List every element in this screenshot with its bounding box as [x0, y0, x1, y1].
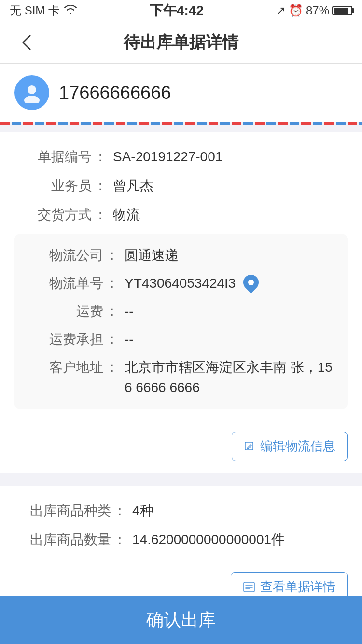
- freight-row: 运费 ： --: [26, 301, 336, 322]
- tracking-label: 物流单号: [26, 273, 103, 294]
- order-no-label: 单据编号: [14, 147, 92, 167]
- logistics-company-label: 物流公司: [26, 245, 103, 266]
- status-time: 下午4:42: [150, 1, 204, 20]
- freight-bearer-label: 运费承担: [26, 329, 103, 350]
- customer-header: 17666666666: [0, 64, 362, 122]
- freight-value: --: [125, 301, 336, 322]
- goods-type-value: 4种: [132, 501, 348, 521]
- list-icon: [243, 581, 255, 593]
- back-button[interactable]: [14, 30, 39, 55]
- delivery-method-label: 交货方式: [14, 205, 92, 225]
- salesman-label: 业务员: [14, 176, 92, 196]
- goods-quantity-row: 出库商品数量 ： 14.6200000000000001件: [14, 530, 348, 550]
- goods-quantity-value: 14.6200000000000001件: [132, 530, 348, 550]
- goods-quantity-label: 出库商品数量: [14, 530, 111, 550]
- page-title: 待出库单据详情: [39, 31, 323, 54]
- goods-type-label: 出库商品种类: [14, 501, 111, 521]
- delivery-method-row: 交货方式 ： 物流: [14, 205, 348, 225]
- location-pin-icon[interactable]: [243, 275, 261, 292]
- address-row: 客户地址 ： 北京市市辖区海淀区永丰南 张，156 6666 6666: [26, 357, 336, 398]
- tracking-row: 物流单号 ： YT43064053424I3: [26, 273, 336, 294]
- order-info-section: 单据编号 ： SA-20191227-001 业务员 ： 曾凡杰 交货方式 ： …: [0, 132, 362, 424]
- order-no-value: SA-20191227-001: [113, 147, 348, 167]
- svg-point-0: [28, 85, 36, 94]
- confirm-outbound-button[interactable]: 确认出库: [0, 596, 362, 644]
- confirm-btn-wrapper: 确认出库: [0, 596, 362, 644]
- logistics-company-row: 物流公司 ： 圆通速递: [26, 245, 336, 266]
- salesman-value: 曾凡杰: [113, 176, 348, 196]
- dashed-divider: [0, 122, 362, 125]
- battery-icon: [332, 6, 352, 15]
- alarm-icon: ⏰: [289, 4, 303, 17]
- salesman-row: 业务员 ： 曾凡杰: [14, 176, 348, 196]
- edit-icon: [244, 441, 255, 452]
- edit-logistics-button[interactable]: 编辑物流信息: [232, 432, 348, 461]
- logistics-card: 物流公司 ： 圆通速递 物流单号 ： YT43064053424I3 运费: [14, 234, 348, 409]
- goods-type-row: 出库商品种类 ： 4种: [14, 501, 348, 521]
- goods-section: 出库商品种类 ： 4种 出库商品数量 ： 14.6200000000000001…: [0, 486, 362, 564]
- status-left: 无 SIM 卡: [10, 3, 77, 18]
- view-btn-label: 查看单据详情: [260, 578, 335, 595]
- status-right: ↗ ⏰ 87%: [276, 4, 352, 17]
- avatar: [14, 75, 49, 110]
- tracking-no: YT43064053424I3: [125, 273, 236, 294]
- address-value: 北京市市辖区海淀区永丰南 张，156 6666 6666: [125, 357, 336, 398]
- svg-point-1: [24, 96, 40, 103]
- wifi-icon: [64, 4, 77, 17]
- battery-percent: 87%: [306, 4, 329, 17]
- edit-btn-row: 编辑物流信息: [0, 424, 362, 473]
- edit-btn-label: 编辑物流信息: [260, 438, 335, 455]
- status-bar: 无 SIM 卡 下午4:42 ↗ ⏰ 87%: [0, 0, 362, 21]
- carrier-label: 无 SIM 卡: [10, 3, 60, 18]
- section-divider: [0, 473, 362, 478]
- nav-bar: 待出库单据详情: [0, 21, 362, 64]
- tracking-value: YT43064053424I3: [125, 273, 336, 294]
- address-label: 客户地址: [26, 357, 103, 378]
- confirm-btn-label: 确认出库: [146, 608, 216, 632]
- logistics-company-value: 圆通速递: [125, 245, 336, 266]
- freight-bearer-row: 运费承担 ： --: [26, 329, 336, 350]
- order-no-row: 单据编号 ： SA-20191227-001: [14, 147, 348, 167]
- freight-bearer-value: --: [125, 329, 336, 350]
- location-icon: ↗: [276, 4, 286, 17]
- freight-label: 运费: [26, 301, 103, 322]
- delivery-method-value: 物流: [113, 205, 348, 225]
- customer-phone: 17666666666: [59, 83, 171, 103]
